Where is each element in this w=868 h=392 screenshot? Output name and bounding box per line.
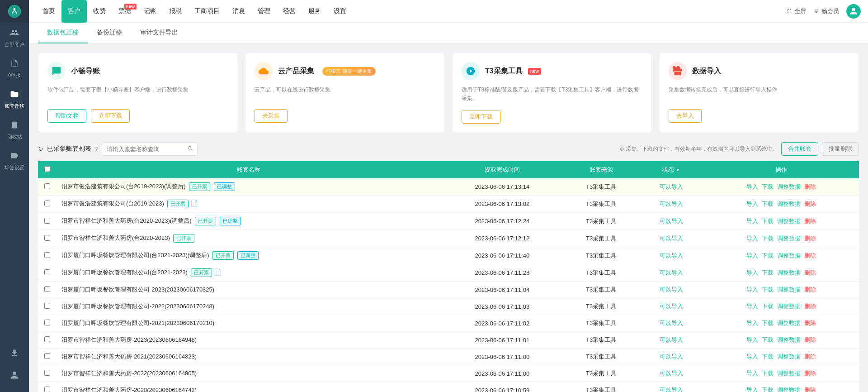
batch-delete-btn[interactable]: 批量删除 bbox=[822, 142, 859, 156]
member-btn[interactable]: 畅会员 bbox=[813, 7, 839, 15]
row-checkbox[interactable] bbox=[44, 218, 50, 224]
row-checkbox[interactable] bbox=[44, 303, 50, 309]
action-删除[interactable]: 删除 bbox=[804, 269, 816, 276]
action-导入[interactable]: 导入 bbox=[746, 303, 758, 310]
row-checkbox[interactable] bbox=[44, 370, 50, 376]
action-删除[interactable]: 删除 bbox=[804, 201, 816, 207]
file-icon[interactable]: 📄 bbox=[190, 200, 198, 207]
action-导入[interactable]: 导入 bbox=[746, 370, 758, 377]
action-导入[interactable]: 导入 bbox=[746, 183, 758, 190]
action-调整数据[interactable]: 调整数据 bbox=[777, 269, 801, 276]
row-checkbox[interactable] bbox=[44, 269, 50, 275]
tab-audit-export[interactable]: 审计文件导出 bbox=[131, 23, 187, 43]
action-下载[interactable]: 下载 bbox=[762, 201, 774, 207]
action-下载[interactable]: 下载 bbox=[762, 370, 774, 377]
action-删除[interactable]: 删除 bbox=[804, 235, 816, 242]
nav-industry[interactable]: 工商项目 bbox=[188, 0, 226, 23]
row-checkbox[interactable] bbox=[44, 320, 50, 325]
file-icon[interactable]: 📄 bbox=[214, 268, 222, 276]
row-checkbox[interactable] bbox=[44, 336, 50, 342]
refresh-icon[interactable]: ↻ bbox=[38, 145, 43, 153]
go-import-btn[interactable]: 去导入 bbox=[669, 109, 702, 123]
tab-backup-migration[interactable]: 备份迁移 bbox=[88, 23, 131, 43]
search-input[interactable] bbox=[102, 143, 184, 155]
action-删除[interactable]: 删除 bbox=[804, 370, 816, 377]
tab-data-migration[interactable]: 数据包迁移 bbox=[38, 23, 88, 43]
action-调整数据[interactable]: 调整数据 bbox=[777, 286, 801, 293]
action-调整数据[interactable]: 调整数据 bbox=[777, 183, 801, 190]
action-下载[interactable]: 下载 bbox=[762, 183, 774, 190]
action-下载[interactable]: 下载 bbox=[762, 218, 774, 225]
action-导入[interactable]: 导入 bbox=[746, 353, 758, 360]
sidebar-item-download[interactable] bbox=[0, 343, 29, 365]
action-删除[interactable]: 删除 bbox=[804, 353, 816, 360]
row-checkbox[interactable] bbox=[44, 252, 50, 258]
action-下载[interactable]: 下载 bbox=[762, 387, 774, 392]
action-调整数据[interactable]: 调整数据 bbox=[777, 218, 801, 225]
action-下载[interactable]: 下载 bbox=[762, 336, 774, 343]
action-导入[interactable]: 导入 bbox=[746, 201, 758, 207]
action-删除[interactable]: 删除 bbox=[804, 252, 816, 259]
nav-service[interactable]: 服务 bbox=[302, 0, 327, 23]
action-导入[interactable]: 导入 bbox=[746, 218, 758, 225]
sidebar-item-label-settings[interactable]: 标签设置 bbox=[0, 146, 29, 177]
nav-billing[interactable]: 收费 bbox=[87, 0, 112, 23]
action-删除[interactable]: 删除 bbox=[804, 303, 816, 310]
action-调整数据[interactable]: 调整数据 bbox=[777, 370, 801, 377]
nav-manage[interactable]: 管理 bbox=[251, 0, 277, 23]
nav-client[interactable]: 客户 bbox=[61, 0, 87, 23]
nav-tax[interactable]: 报税 bbox=[163, 0, 188, 23]
sidebar-item-zero-report[interactable]: 0申报 bbox=[0, 53, 29, 84]
user-avatar[interactable] bbox=[846, 4, 861, 19]
nav-invoice[interactable]: 票据 new bbox=[112, 0, 137, 23]
action-调整数据[interactable]: 调整数据 bbox=[777, 387, 801, 392]
row-checkbox[interactable] bbox=[44, 235, 50, 241]
sidebar-item-recycle[interactable]: 回收站 bbox=[0, 115, 29, 146]
fullscreen-btn[interactable]: 全屏 bbox=[786, 7, 806, 15]
action-调整数据[interactable]: 调整数据 bbox=[777, 353, 801, 360]
action-删除[interactable]: 删除 bbox=[804, 336, 816, 343]
select-all-checkbox[interactable] bbox=[44, 166, 50, 172]
search-btn[interactable] bbox=[184, 143, 197, 155]
action-下载[interactable]: 下载 bbox=[762, 269, 774, 276]
action-下载[interactable]: 下载 bbox=[762, 235, 774, 242]
nav-home[interactable]: 首页 bbox=[36, 0, 61, 23]
action-调整数据[interactable]: 调整数据 bbox=[777, 336, 801, 343]
row-checkbox[interactable] bbox=[44, 286, 50, 292]
action-下载[interactable]: 下载 bbox=[762, 286, 774, 293]
t3-download-btn[interactable]: 立即下载 bbox=[462, 110, 500, 124]
action-删除[interactable]: 删除 bbox=[804, 218, 816, 225]
action-导入[interactable]: 导入 bbox=[746, 320, 758, 326]
sidebar-item-all-clients[interactable]: 全部客户 bbox=[0, 23, 29, 53]
nav-operation[interactable]: 经营 bbox=[277, 0, 302, 23]
row-checkbox[interactable] bbox=[44, 387, 50, 392]
action-下载[interactable]: 下载 bbox=[762, 353, 774, 360]
action-导入[interactable]: 导入 bbox=[746, 286, 758, 293]
action-下载[interactable]: 下载 bbox=[762, 320, 774, 326]
action-调整数据[interactable]: 调整数据 bbox=[777, 303, 801, 310]
action-导入[interactable]: 导入 bbox=[746, 387, 758, 392]
row-checkbox[interactable] bbox=[44, 183, 50, 189]
action-删除[interactable]: 删除 bbox=[804, 286, 816, 293]
action-调整数据[interactable]: 调整数据 bbox=[777, 320, 801, 326]
help-icon[interactable]: ? bbox=[95, 146, 98, 153]
action-删除[interactable]: 删除 bbox=[804, 320, 816, 326]
action-下载[interactable]: 下载 bbox=[762, 303, 774, 310]
action-导入[interactable]: 导入 bbox=[746, 235, 758, 242]
row-checkbox[interactable] bbox=[44, 353, 50, 359]
merge-btn[interactable]: 合并账套 bbox=[781, 142, 818, 156]
sidebar-item-account-migration[interactable]: 账套迁移 bbox=[0, 84, 29, 115]
nav-accounting[interactable]: 记账 bbox=[137, 0, 163, 23]
action-删除[interactable]: 删除 bbox=[804, 183, 816, 190]
sidebar-item-user[interactable] bbox=[0, 365, 29, 387]
help-doc-btn[interactable]: 帮助文档 bbox=[47, 109, 86, 123]
action-调整数据[interactable]: 调整数据 bbox=[777, 201, 801, 207]
nav-message[interactable]: 消息 bbox=[226, 0, 251, 23]
action-调整数据[interactable]: 调整数据 bbox=[777, 252, 801, 259]
download-now-btn[interactable]: 立即下载 bbox=[91, 109, 130, 123]
action-导入[interactable]: 导入 bbox=[746, 252, 758, 259]
action-导入[interactable]: 导入 bbox=[746, 336, 758, 343]
row-checkbox[interactable] bbox=[44, 201, 50, 206]
action-删除[interactable]: 删除 bbox=[804, 387, 816, 392]
action-下载[interactable]: 下载 bbox=[762, 252, 774, 259]
